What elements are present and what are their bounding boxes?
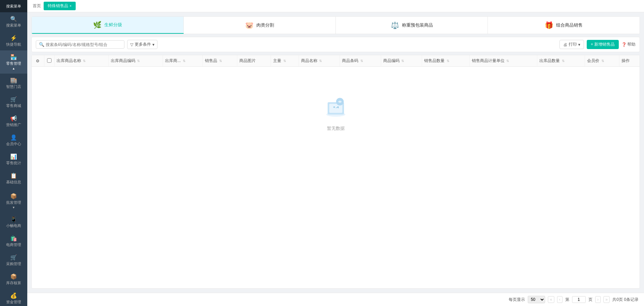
first-page-button[interactable]: « <box>548 296 554 303</box>
th-out-goods-spec[interactable]: 出库商... ⇅ <box>163 55 203 67</box>
sidebar-item-wholesale-mgmt[interactable]: 📦 批发管理 ▼ <box>0 189 27 213</box>
sidebar-item-label: 搜索菜单 <box>6 23 21 28</box>
sidebar-item-label: 采购管理 <box>6 261 21 266</box>
help-label: 帮助 <box>627 42 635 47</box>
th-goods-img[interactable]: 商品图片 <box>237 55 271 67</box>
th-sale-goods[interactable]: 销售品 ⇅ <box>203 55 237 67</box>
basic-info-icon: 📋 <box>10 172 17 179</box>
th-goods-code[interactable]: 商品编码 ⇅ <box>381 55 422 67</box>
print-arrow-icon: ▾ <box>578 42 580 47</box>
sidebar-item-finance[interactable]: 💰 资金管理 <box>0 289 27 306</box>
sort-icon: ⇅ <box>137 59 140 63</box>
sidebar-item-label: 库存核算 <box>6 280 21 286</box>
th-out-qty[interactable]: 出库品数量 ⇅ <box>537 55 585 67</box>
wholesale-mgmt-icon: 📦 <box>10 193 17 199</box>
per-page-select[interactable]: 50 10 20 100 <box>528 296 545 303</box>
select-all-checkbox[interactable] <box>47 58 51 63</box>
cat-tab-combo[interactable]: 🎁 组合商品销售 <box>488 17 640 34</box>
fresh-tab-icon: 🌿 <box>93 21 102 29</box>
sidebar-item-label: 零售管理 <box>6 61 21 66</box>
chevron-down-icon: ▲ <box>12 67 15 70</box>
th-sale-unit[interactable]: 销售商品计量单位 ⇅ <box>470 55 537 67</box>
fresh-tab-label: 生鲜分级 <box>104 22 122 28</box>
sidebar-item-member-center[interactable]: 👤 会员中心 <box>0 131 27 150</box>
th-settings[interactable]: ⚙ <box>32 55 44 67</box>
filter-icon: ▽ <box>130 42 133 47</box>
tab-label: 特殊销售品 <box>48 3 68 9</box>
sidebar-item-quick-nav[interactable]: ⚡ 快捷导航 <box>0 31 27 50</box>
filter-label: 更多条件 <box>135 42 151 47</box>
inventory-icon: 📦 <box>10 273 17 280</box>
sidebar-item-mini-ecom[interactable]: 📱 小畅电商 <box>0 213 27 232</box>
sidebar-item-inventory[interactable]: 📦 库存核算 <box>0 270 27 289</box>
toolbar-right: 🖨 打印 ▾ + 新增销售品 ❓ 帮助 <box>559 40 635 49</box>
search-box[interactable]: 🔍 <box>36 40 124 49</box>
member-center-icon: 👤 <box>10 134 17 141</box>
print-button[interactable]: 🖨 打印 ▾ <box>559 40 584 49</box>
combo-tab-label: 组合商品销售 <box>556 22 583 28</box>
promotion-icon: 📢 <box>10 115 17 122</box>
finance-icon: 💰 <box>10 292 17 299</box>
sidebar-item-promotion[interactable]: 📢 营销推广 <box>0 112 27 131</box>
mini-ecom-icon: 📱 <box>10 216 17 223</box>
toolbar-left: 🔍 ▽ 更多条件 ▾ <box>36 40 158 49</box>
page-input[interactable] <box>572 296 586 303</box>
sidebar-item-ecom-mgmt[interactable]: 🛍️ 电商管理 <box>0 232 27 251</box>
last-page-button[interactable]: » <box>603 296 610 303</box>
sidebar-item-purchase-mgmt[interactable]: 🛒 采购管理 <box>0 251 27 270</box>
th-weight[interactable]: 主量 ⇅ <box>271 55 299 67</box>
sidebar-item-retail-mall[interactable]: 🛒 零售商城 <box>0 93 27 112</box>
sidebar-item-search[interactable]: 🔍 搜索菜单 <box>0 12 27 31</box>
sidebar-logo: 搜索菜单 <box>0 0 27 12</box>
sidebar-item-label: 小畅电商 <box>6 223 21 228</box>
sort-icon: ⇅ <box>447 59 449 63</box>
th-checkbox[interactable] <box>44 55 54 67</box>
th-sale-qty[interactable]: 销售品数量 ⇅ <box>422 55 470 67</box>
retail-stats-icon: 📊 <box>10 153 17 160</box>
sidebar-item-retail-mgmt[interactable]: 🏪 零售管理 ▲ <box>0 50 27 74</box>
th-goods-name[interactable]: 商品名称 ⇅ <box>299 55 340 67</box>
sort-icon: ⇅ <box>183 59 185 63</box>
data-table: ⚙ 出库商品名称 ⇅ 出库商品编码 ⇅ 出库商... ⇅ <box>32 55 640 67</box>
th-goods-barcode[interactable]: 商品条码 ⇅ <box>340 55 381 67</box>
table-header-row: ⚙ 出库商品名称 ⇅ 出库商品编码 ⇅ 出库商... ⇅ <box>32 55 640 67</box>
sidebar-item-retail-stats[interactable]: 📊 零售统计 <box>0 150 27 169</box>
quick-nav-icon: ⚡ <box>10 35 17 41</box>
cat-tab-fresh[interactable]: 🌿 生鲜分级 <box>32 17 184 34</box>
tab-close-button[interactable]: × <box>70 4 72 8</box>
th-member-price[interactable]: 会员价 ⇅ <box>585 55 619 67</box>
retail-mgmt-icon: 🏪 <box>10 54 17 60</box>
th-out-goods-code[interactable]: 出库商品编码 ⇅ <box>108 55 163 67</box>
sidebar-item-label: 快捷导航 <box>6 42 21 47</box>
search-icon: 🔍 <box>10 16 17 22</box>
cat-tab-meat[interactable]: 🐷 肉类分割 <box>184 17 336 34</box>
prev-page-button[interactable]: ‹ <box>557 296 563 303</box>
data-table-container: ⚙ 出库商品名称 ⇅ 出库商品编码 ⇅ 出库商... ⇅ <box>31 55 640 289</box>
per-page-label: 每页显示 <box>509 297 525 303</box>
active-tab[interactable]: 特殊销售品 × <box>44 2 76 10</box>
empty-state: 暂无数据 <box>32 67 640 159</box>
page-unit: 页 <box>588 297 593 303</box>
help-icon: ❓ <box>621 42 627 47</box>
sidebar-item-label: 营销推广 <box>6 122 21 127</box>
topbar: 首页 特殊销售品 × <box>27 0 644 12</box>
sidebar-item-label: 零售商城 <box>6 103 21 108</box>
sort-icon: ⇅ <box>360 59 363 63</box>
home-link[interactable]: 首页 <box>33 3 41 9</box>
sidebar-item-basic-info[interactable]: 📋 基础信息 <box>0 169 27 188</box>
sort-icon: ⇅ <box>319 59 322 63</box>
sidebar: 搜索菜单 🔍 搜索菜单 ⚡ 快捷导航 🏪 零售管理 ▲ 🏬 智慧门店 🛒 零售商… <box>0 0 27 306</box>
next-page-button[interactable]: › <box>595 296 601 303</box>
add-sale-item-button[interactable]: + 新增销售品 <box>587 40 619 49</box>
help-button[interactable]: ❓ 帮助 <box>621 42 635 47</box>
sidebar-item-smart-store[interactable]: 🏬 智慧门店 <box>0 74 27 93</box>
sidebar-item-label: 智慧门店 <box>6 84 21 89</box>
search-input[interactable] <box>46 42 121 47</box>
th-out-goods-name[interactable]: 出库商品名称 ⇅ <box>54 55 108 67</box>
filter-arrow-icon: ▾ <box>152 42 154 47</box>
cat-tab-weigh[interactable]: ⚖️ 称重预包装商品 <box>336 17 488 34</box>
svg-point-5 <box>337 106 339 108</box>
total-text: 共0页 0条记录 <box>612 297 639 303</box>
empty-state-icon <box>322 94 349 121</box>
filter-button[interactable]: ▽ 更多条件 ▾ <box>127 40 158 49</box>
